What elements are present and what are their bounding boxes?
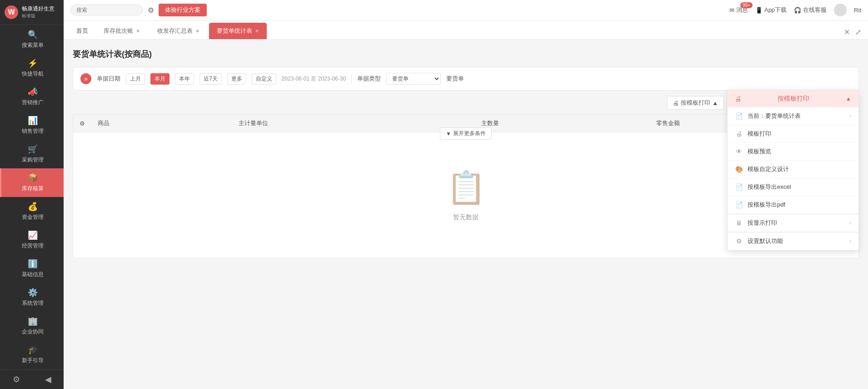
dropdown-collapse-icon[interactable]: ▲ (846, 96, 851, 102)
tab-inventory-batch-close[interactable]: ✕ (136, 28, 140, 34)
window-close-icon[interactable]: ✕ (844, 28, 850, 36)
dropdown-current-label: 当前：要货单统计表 (748, 112, 801, 120)
tabbar: 首页 库存批次账 ✕ 收发存汇总表 ✕ 要货单统计表 ✕ ✕ ⤢ (64, 20, 868, 40)
app-download-label: App下载 (764, 6, 787, 14)
tab-home[interactable]: 首页 (70, 23, 94, 39)
content-area: 要货单统计表(按商品) » 单据日期 上月 本月 本年 近7天 更多 自定义 2… (64, 40, 868, 389)
online-service-btn[interactable]: 🎧 在线客服 (794, 6, 827, 14)
sidebar-item-label: 库存核算 (22, 185, 44, 192)
sidebar-item-inventory[interactable]: 📦 库存核算 (0, 168, 64, 197)
template-design-icon: 🎨 (735, 166, 743, 173)
filter-toggle-btn[interactable]: » (80, 73, 91, 84)
display-print-icon: 🖥 (735, 219, 743, 227)
gear-icon[interactable]: ⚙ (148, 6, 154, 15)
avatar[interactable] (834, 4, 847, 16)
dropdown-template-design[interactable]: 🎨 模板自定义设计 (728, 161, 858, 178)
sidebar-item-label: 新手引导 (22, 357, 44, 364)
sidebar-item-enterprise[interactable]: 🏢 企业协同 (0, 312, 64, 340)
topbar: ⚙ 体验行业方案 ✉ 消息 99+ 📱 App下载 🎧 在线客服 Rit (64, 0, 868, 20)
default-func-icon: ⚙ (735, 237, 743, 245)
template-print-icon: 🖨 (735, 130, 743, 137)
date-btn-custom[interactable]: 自定义 (252, 73, 276, 85)
dropdown-current-arrow: › (849, 113, 851, 119)
dropdown-template-excel[interactable]: 📄 按模板导出excel (728, 178, 858, 196)
sales-icon: 📊 (28, 116, 38, 126)
sidebar-item-label: 企业协同 (22, 328, 44, 336)
table-settings-icon[interactable]: ⚙ (80, 120, 85, 127)
type-select[interactable]: 要货单 (386, 73, 441, 85)
print-btn[interactable]: 🖨 按模板打印 ▲ (667, 96, 724, 110)
filter-separator (351, 74, 352, 83)
dropdown-display-print[interactable]: 🖥 按显示打印 › (728, 214, 858, 232)
dropdown-default-arrow: › (849, 238, 851, 244)
operations-icon: 📈 (28, 230, 38, 240)
sidebar-item-system[interactable]: ⚙️ 系统管理 (0, 283, 64, 312)
sidebar-item-label: 基础信息 (22, 271, 44, 278)
sidebar-item-label: 采购管理 (22, 156, 44, 164)
inventory-icon: 📦 (28, 173, 38, 183)
sidebar-item-marketing[interactable]: 📣 营销推广 (0, 82, 64, 111)
date-btn-last-month[interactable]: 上月 (126, 73, 145, 85)
print-dropdown: 🖨 按模板打印 ▲ 📄 当前：要货单统计表 › 🖨 模板打印 👁 模板预览 🎨 … (727, 90, 859, 251)
empty-text: 暂无数据 (453, 213, 479, 222)
tab-purchase-summary-close[interactable]: ✕ (255, 28, 259, 34)
table-header-settings[interactable]: ⚙ (73, 115, 91, 132)
tab-home-label: 首页 (76, 27, 88, 35)
sidebar-item-sales[interactable]: 📊 销售管理 (0, 111, 64, 140)
message-btn[interactable]: ✉ 消息 99+ (729, 6, 748, 14)
tab-collection-summary-close[interactable]: ✕ (195, 28, 200, 34)
sidebar-item-operations[interactable]: 📈 经营管理 (0, 226, 64, 254)
tab-collection-summary[interactable]: 收发存汇总表 ✕ (150, 23, 207, 39)
date-btn-more[interactable]: 更多 (227, 73, 246, 85)
dropdown-default-func-label: 设置默认功能 (748, 237, 783, 245)
search-icon: 🔍 (28, 30, 38, 40)
sidebar-item-label: 系统管理 (22, 299, 44, 307)
topbar-right: ✉ 消息 99+ 📱 App下载 🎧 在线客服 Rit (729, 4, 861, 16)
sidebar-item-search[interactable]: 🔍 搜索菜单 (0, 25, 64, 54)
dropdown-display-arrow: › (849, 220, 851, 226)
date-btn-this-month[interactable]: 本月 (150, 73, 170, 85)
dropdown-default-func[interactable]: ⚙ 设置默认功能 › (728, 232, 858, 250)
sidebar-item-finance[interactable]: 💰 资金管理 (0, 197, 64, 226)
download-icon: 📱 (755, 7, 763, 14)
window-maximize-icon[interactable]: ⤢ (855, 28, 861, 36)
sidebar-item-basic[interactable]: ℹ️ 基础信息 (0, 254, 64, 283)
template-excel-icon: 📄 (735, 183, 743, 191)
search-input[interactable] (70, 5, 143, 15)
sidebar-item-shortcut[interactable]: ⚡ 快捷导航 (0, 54, 64, 82)
sidebar-item-purchase[interactable]: 🛒 采购管理 (0, 140, 64, 168)
settings-bottom-icon[interactable]: ⚙ (13, 374, 20, 384)
sidebar-item-label: 搜索菜单 (22, 41, 44, 49)
window-controls: ✕ ⤢ (844, 28, 861, 39)
filter-bar: » 单据日期 上月 本月 本年 近7天 更多 自定义 2023-06-01 至 … (73, 67, 859, 91)
sidebar-item-newguide[interactable]: 🎓 新手引导 (0, 340, 64, 369)
collapse-icon[interactable]: ◀ (45, 374, 51, 384)
date-range: 2023-06-01 至 2023-06-30 (282, 75, 346, 83)
tab-inventory-batch[interactable]: 库存批次账 ✕ (96, 23, 148, 39)
empty-illustration: 📋 (446, 169, 486, 206)
date-btn-this-year[interactable]: 本年 (175, 73, 194, 85)
dropdown-template-print[interactable]: 🖨 模板打印 (728, 125, 858, 143)
expand-conditions-btn[interactable]: ▼ 展开更多条件 (440, 127, 492, 140)
sidebar-logo: W 畅康通好生意 标准版 (0, 0, 64, 25)
sidebar: W 畅康通好生意 标准版 🔍 搜索菜单 ⚡ 快捷导航 📣 营销推广 📊 销售管理… (0, 0, 64, 389)
enterprise-icon: 🏢 (28, 316, 38, 326)
dropdown-template-excel-label: 按模板导出excel (748, 183, 791, 191)
logo-text: 畅康通好生意 标准版 (22, 5, 55, 19)
shortcut-icon: ⚡ (28, 58, 38, 68)
sidebar-item-label: 快捷导航 (22, 70, 44, 78)
online-service-label: 在线客服 (803, 6, 827, 14)
app-download-btn[interactable]: 📱 App下载 (755, 6, 787, 14)
basic-icon: ℹ️ (28, 259, 38, 269)
tab-purchase-summary-label: 要货单统计表 (217, 27, 252, 35)
date-btn-7days[interactable]: 近7天 (200, 73, 222, 85)
current-template-icon: 📄 (735, 112, 743, 120)
newguide-icon: 🎓 (28, 345, 38, 355)
trial-button[interactable]: 体验行业方案 (159, 4, 207, 16)
dropdown-current[interactable]: 📄 当前：要货单统计表 › (728, 107, 858, 125)
dropdown-template-preview[interactable]: 👁 模板预览 (728, 143, 858, 161)
tab-purchase-summary[interactable]: 要货单统计表 ✕ (209, 23, 267, 39)
app-badge: 标准版 (22, 13, 55, 19)
dropdown-template-pdf[interactable]: 📄 按模板导出pdf (728, 196, 858, 214)
purchase-icon: 🛒 (28, 144, 38, 154)
